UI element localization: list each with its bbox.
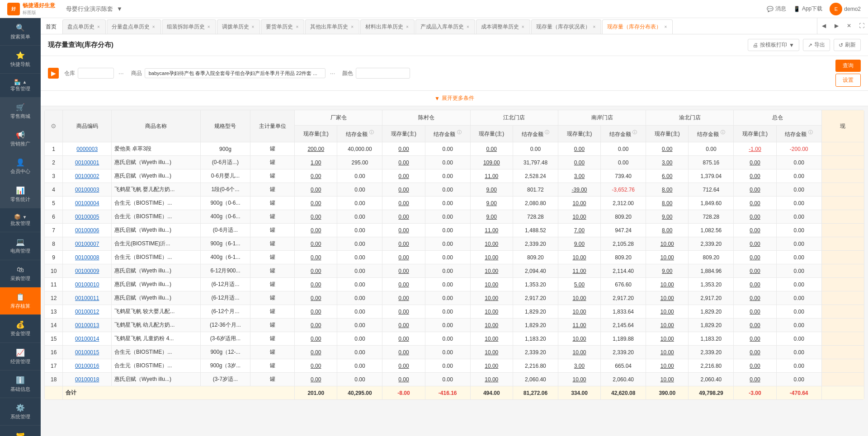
- row-ng-stock[interactable]: 0.00: [558, 142, 600, 156]
- sidebar-item-wholesale[interactable]: 📦 ▼ 批发管理: [0, 208, 41, 232]
- tab-close-icon[interactable]: ×: [521, 24, 525, 30]
- row-ng-stock[interactable]: 7.00: [558, 224, 600, 237]
- row-chen-stock[interactable]: 0.00: [382, 264, 425, 278]
- row-factory-stock[interactable]: 0.00: [295, 291, 337, 305]
- row-ng-stock[interactable]: 11.00: [558, 319, 600, 332]
- row-code[interactable]: 00100012: [63, 305, 112, 319]
- row-chen-stock[interactable]: 0.00: [382, 332, 425, 346]
- row-yn-stock[interactable]: 6.00: [646, 169, 689, 183]
- sidebar-item-marketing[interactable]: 📢 营销推广: [0, 125, 41, 153]
- goods-dots-btn[interactable]: ···: [328, 70, 337, 77]
- tab-split-check[interactable]: 分量盘点单历史 ×: [107, 19, 161, 34]
- row-ng-stock[interactable]: 10.00: [558, 210, 600, 224]
- row-yn-stock[interactable]: 9.00: [646, 210, 689, 224]
- row-yn-stock[interactable]: 10.00: [646, 373, 689, 386]
- tab-close-icon[interactable]: ×: [96, 24, 101, 30]
- row-factory-stock[interactable]: 0.00: [295, 373, 337, 386]
- row-ng-stock[interactable]: -39.00: [558, 183, 600, 197]
- message-btn[interactable]: 💬 消息: [767, 5, 786, 13]
- sidebar-item-retail-store[interactable]: 🛒 零售商城: [0, 98, 41, 125]
- row-code[interactable]: 00100006: [63, 224, 112, 237]
- row-chen-stock[interactable]: 0.00: [382, 142, 425, 156]
- row-code[interactable]: 00100014: [63, 332, 112, 346]
- row-factory-stock[interactable]: 0.00: [295, 169, 337, 183]
- tab-purchase-order[interactable]: 要货单历史 ×: [261, 19, 304, 34]
- row-code[interactable]: 00100004: [63, 197, 112, 210]
- tab-inventory-check[interactable]: 盘点单历史 ×: [62, 19, 106, 34]
- row-yn-stock[interactable]: 9.00: [646, 264, 689, 278]
- row-chen-stock[interactable]: 0.00: [382, 278, 425, 291]
- row-chen-stock[interactable]: 0.00: [382, 305, 425, 319]
- row-total-stock[interactable]: 0.00: [734, 291, 776, 305]
- row-jb-stock[interactable]: 0.00: [470, 142, 513, 156]
- row-ng-stock[interactable]: 0.00: [558, 156, 600, 169]
- tab-next-btn[interactable]: ▶: [830, 18, 843, 34]
- row-total-stock[interactable]: 0.00: [734, 156, 776, 169]
- row-yn-stock[interactable]: 10.00: [646, 237, 689, 251]
- row-chen-stock[interactable]: 0.00: [382, 237, 425, 251]
- row-yn-stock[interactable]: 10.00: [646, 359, 689, 373]
- sidebar-item-purchase[interactable]: 🛍 采购管理: [0, 260, 41, 287]
- row-yn-stock[interactable]: 10.00: [646, 291, 689, 305]
- row-chen-stock[interactable]: 0.00: [382, 224, 425, 237]
- row-code[interactable]: 00100005: [63, 210, 112, 224]
- row-factory-stock[interactable]: 0.00: [295, 278, 337, 291]
- row-factory-stock[interactable]: 0.00: [295, 251, 337, 264]
- color-input[interactable]: [356, 68, 410, 79]
- row-ng-stock[interactable]: 10.00: [558, 251, 600, 264]
- gear-icon[interactable]: ⚙: [51, 122, 57, 130]
- sidebar-item-system[interactable]: ⚙️ 系统管理: [0, 398, 41, 426]
- row-yn-stock[interactable]: 8.00: [646, 183, 689, 197]
- row-chen-stock[interactable]: 0.00: [382, 210, 425, 224]
- row-yn-stock[interactable]: 10.00: [646, 305, 689, 319]
- row-code[interactable]: 00100013: [63, 319, 112, 332]
- row-ng-stock[interactable]: 10.00: [558, 291, 600, 305]
- warehouse-dots-btn[interactable]: ···: [117, 70, 126, 77]
- tab-expand-btn[interactable]: ⛶: [855, 18, 868, 34]
- row-jb-stock[interactable]: 11.00: [470, 224, 513, 237]
- row-chen-stock[interactable]: 0.00: [382, 156, 425, 169]
- expand-collapse-btn[interactable]: ▶: [48, 68, 59, 79]
- row-code[interactable]: 00100016: [63, 359, 112, 373]
- row-jb-stock[interactable]: 10.00: [470, 359, 513, 373]
- row-total-stock[interactable]: 0.00: [734, 237, 776, 251]
- row-factory-stock[interactable]: 200.00: [295, 142, 337, 156]
- row-factory-stock[interactable]: 0.00: [295, 332, 337, 346]
- print-btn[interactable]: 🖨 按模板打印 ▼: [748, 39, 799, 51]
- row-ng-stock[interactable]: 10.00: [558, 346, 600, 359]
- row-total-stock[interactable]: 0.00: [734, 373, 776, 386]
- row-total-stock[interactable]: -1.00: [734, 142, 776, 156]
- row-code[interactable]: 00100011: [63, 291, 112, 305]
- row-ng-stock[interactable]: 10.00: [558, 305, 600, 319]
- export-btn[interactable]: ↗ 导出: [803, 39, 830, 51]
- row-ng-stock[interactable]: 5.00: [558, 278, 600, 291]
- row-code[interactable]: 00100008: [63, 251, 112, 264]
- expand-more-btn[interactable]: ▼ 展开更多条件: [431, 93, 478, 104]
- tab-stock-status[interactable]: 现存量（库存状况表） ×: [531, 19, 602, 34]
- row-total-stock[interactable]: 0.00: [734, 278, 776, 291]
- tab-combo[interactable]: 组装拆卸单历史 ×: [162, 19, 216, 34]
- row-total-stock[interactable]: 0.00: [734, 264, 776, 278]
- tab-transfer[interactable]: 调拨单历史 ×: [217, 19, 260, 34]
- row-chen-stock[interactable]: 0.00: [382, 373, 425, 386]
- row-total-stock[interactable]: 0.00: [734, 332, 776, 346]
- row-factory-stock[interactable]: 0.00: [295, 346, 337, 359]
- row-factory-stock[interactable]: 0.00: [295, 305, 337, 319]
- row-chen-stock[interactable]: 0.00: [382, 251, 425, 264]
- warehouse-input[interactable]: [78, 68, 114, 79]
- sidebar-item-search[interactable]: 🔍 搜索英单: [0, 18, 41, 46]
- sidebar-item-retail-mgmt[interactable]: 🏪 ▲ 零售管理: [0, 74, 41, 98]
- row-yn-stock[interactable]: 0.00: [646, 142, 689, 156]
- row-ng-stock[interactable]: 10.00: [558, 373, 600, 386]
- row-jb-stock[interactable]: 9.00: [470, 183, 513, 197]
- app-download-btn[interactable]: 📱 App下载: [793, 5, 822, 13]
- row-factory-stock[interactable]: 0.00: [295, 237, 337, 251]
- row-code[interactable]: 00100015: [63, 346, 112, 359]
- row-factory-stock[interactable]: 0.00: [295, 210, 337, 224]
- row-factory-stock[interactable]: 0.00: [295, 183, 337, 197]
- tab-stock-dist[interactable]: 现存量（库存分布表） ×: [602, 19, 673, 34]
- tab-close-icon[interactable]: ×: [151, 24, 156, 30]
- row-jb-stock[interactable]: 10.00: [470, 305, 513, 319]
- row-yn-stock[interactable]: 8.00: [646, 224, 689, 237]
- row-chen-stock[interactable]: 0.00: [382, 319, 425, 332]
